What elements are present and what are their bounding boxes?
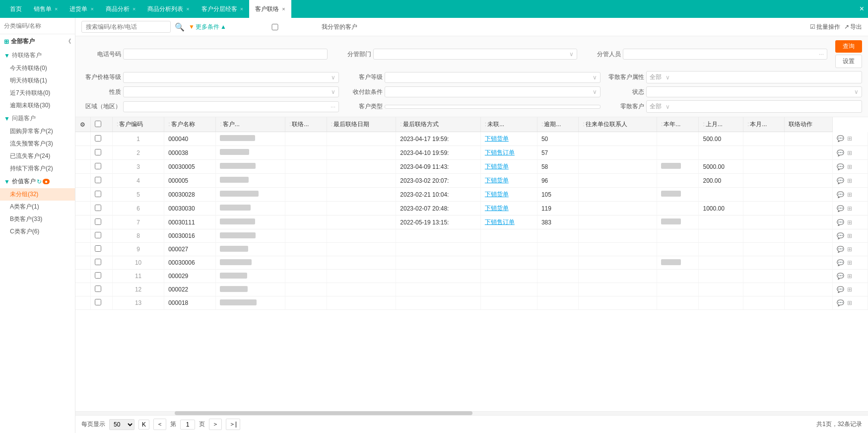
row-checkbox-cell[interactable] xyxy=(90,160,112,174)
row-last-method-cell[interactable]: 下销货单 xyxy=(480,202,537,216)
close-sales[interactable]: × xyxy=(55,6,58,12)
more-icon[interactable]: ⊞ xyxy=(847,205,852,212)
select-all-checkbox[interactable] xyxy=(95,121,101,127)
contact-icon[interactable]: 💬 xyxy=(837,163,844,170)
row-checkbox[interactable] xyxy=(95,135,101,142)
sidebar-churned[interactable]: 已流失客户(24) xyxy=(0,150,75,162)
row-checkbox[interactable] xyxy=(95,191,101,197)
contact-icon[interactable]: 💬 xyxy=(837,219,844,226)
nav-goods-analysis-list[interactable]: 商品分析列表 × xyxy=(141,0,195,18)
contact-icon[interactable]: 💬 xyxy=(837,286,844,293)
th-type[interactable]: 客户... xyxy=(216,117,285,132)
my-customers-checkbox[interactable] xyxy=(230,24,320,30)
row-last-method-cell[interactable] xyxy=(480,229,537,243)
horizontal-scrollbar[interactable] xyxy=(75,411,868,415)
row-checkbox-cell[interactable] xyxy=(90,283,112,296)
manager-dropdown[interactable]: ··· xyxy=(623,49,827,60)
sidebar-ungroup[interactable]: 未分组(32) xyxy=(0,188,75,201)
th-name[interactable]: 客户名称 xyxy=(164,117,216,132)
nav-goods-analysis[interactable]: 商品分析 × xyxy=(100,0,141,18)
row-last-method-cell[interactable] xyxy=(480,296,537,310)
sidebar-class-c[interactable]: C类客户(6) xyxy=(0,225,75,238)
row-checkbox-cell[interactable] xyxy=(90,202,112,216)
value-customer-group[interactable]: ▼ 价值客户 ↻ ● xyxy=(0,175,75,188)
close-goods-analysis-list[interactable]: × xyxy=(186,6,189,12)
contact-icon[interactable]: 💬 xyxy=(837,135,844,142)
more-icon[interactable]: ⊞ xyxy=(847,232,852,239)
more-icon[interactable]: ⊞ xyxy=(847,219,852,226)
row-checkbox-cell[interactable] xyxy=(90,229,112,243)
nav-home[interactable]: 首页 xyxy=(4,0,28,18)
search-input[interactable] xyxy=(81,21,171,33)
th-last-contact-method[interactable]: 最后联络方式 xyxy=(396,117,481,132)
prev-page-btn[interactable]: ＜ xyxy=(153,419,166,430)
row-checkbox[interactable] xyxy=(95,149,101,155)
row-last-method-cell[interactable]: 下销货单 xyxy=(480,188,537,202)
sidebar-overdue-pending[interactable]: 逾期未联络(30) xyxy=(0,99,75,112)
close-purchase[interactable]: × xyxy=(90,6,93,12)
row-checkbox-cell[interactable] xyxy=(90,188,112,202)
row-checkbox-cell[interactable] xyxy=(90,174,112,188)
row-checkbox[interactable] xyxy=(95,299,101,305)
th-uncontacted[interactable]: 未联... xyxy=(480,117,537,132)
contact-icon[interactable]: 💬 xyxy=(837,232,844,239)
phone-input[interactable] xyxy=(123,49,328,60)
row-checkbox[interactable] xyxy=(95,218,101,225)
sidebar-churn-warning[interactable]: 流失预警客户(3) xyxy=(0,138,75,150)
row-checkbox[interactable] xyxy=(95,272,101,279)
row-last-method-cell[interactable]: 下销货单 xyxy=(480,132,537,146)
problem-customer-group[interactable]: ▼ 问题客户 xyxy=(0,112,75,125)
row-checkbox[interactable] xyxy=(95,259,101,265)
row-last-method-cell[interactable] xyxy=(480,270,537,283)
th-this-year[interactable]: 本年... xyxy=(657,117,699,132)
sidebar-class-a[interactable]: A类客户(1) xyxy=(0,201,75,213)
nav-purchase[interactable]: 进货单 × xyxy=(64,0,99,18)
pending-contact-group[interactable]: ▼ 待联络客户 xyxy=(0,49,75,62)
search-button[interactable]: 🔍 xyxy=(175,22,185,32)
first-page-btn[interactable]: K xyxy=(138,420,149,430)
region-dropdown[interactable]: ··· xyxy=(123,101,339,112)
row-last-method-cell[interactable] xyxy=(480,283,537,296)
contact-icon[interactable]: 💬 xyxy=(837,177,844,184)
more-icon[interactable]: ⊞ xyxy=(847,259,852,266)
th-this-month[interactable]: 本月... xyxy=(743,117,785,132)
contact-icon[interactable]: 💬 xyxy=(837,191,844,198)
row-checkbox-cell[interactable] xyxy=(90,256,112,270)
th-overdue[interactable]: 逾期... xyxy=(537,117,579,132)
row-checkbox[interactable] xyxy=(95,286,101,292)
close-customer-segment[interactable]: × xyxy=(240,6,243,12)
row-last-method-cell[interactable] xyxy=(480,256,537,270)
contact-icon[interactable]: 💬 xyxy=(837,299,844,306)
row-checkbox-cell[interactable] xyxy=(90,132,112,146)
contact-icon[interactable]: 💬 xyxy=(837,246,844,253)
more-icon[interactable]: ⊞ xyxy=(847,286,852,293)
query-button[interactable]: 查询 xyxy=(835,40,862,53)
row-checkbox[interactable] xyxy=(95,245,101,252)
more-icon[interactable]: ⊞ xyxy=(847,191,852,198)
th-code[interactable]: 客户编码 xyxy=(112,117,164,132)
price-level-dropdown[interactable]: ∨ xyxy=(123,72,339,83)
retail-attr-dropdown[interactable]: 全部 ∨ xyxy=(646,71,862,83)
sidebar-abnormal[interactable]: 固购异常客户(2) xyxy=(0,125,75,138)
per-page-select[interactable]: 50 100 200 xyxy=(109,419,134,430)
row-last-method-cell[interactable] xyxy=(480,243,537,256)
sidebar-tomorrow-pending[interactable]: 明天待联络(1) xyxy=(0,74,75,87)
row-checkbox-cell[interactable] xyxy=(90,296,112,310)
row-last-method-cell[interactable]: 下销售订单 xyxy=(480,146,537,160)
row-checkbox[interactable] xyxy=(95,177,101,183)
payment-dropdown[interactable]: ∨ xyxy=(385,86,601,97)
nav-customer-contact[interactable]: 客户联络 × xyxy=(249,0,291,18)
sidebar-search-input[interactable] xyxy=(4,22,75,29)
all-customers-section[interactable]: ⊞ 全部客户 《 xyxy=(0,34,75,49)
sidebar-declining[interactable]: 持续下滑客户(2) xyxy=(0,162,75,175)
row-checkbox-cell[interactable] xyxy=(90,216,112,229)
sidebar-week-pending[interactable]: 近7天待联络(0) xyxy=(0,87,75,99)
last-page-btn[interactable]: ＞| xyxy=(226,419,240,430)
refresh-icon[interactable]: ↻ xyxy=(37,178,42,185)
more-icon[interactable]: ⊞ xyxy=(847,177,852,184)
contact-icon[interactable]: 💬 xyxy=(837,259,844,266)
gender-dropdown[interactable]: ∨ xyxy=(123,86,339,97)
close-goods-analysis[interactable]: × xyxy=(133,6,135,12)
row-last-method-cell[interactable]: 下销货单 xyxy=(480,160,537,174)
customer-type-dropdown[interactable] xyxy=(385,105,601,109)
